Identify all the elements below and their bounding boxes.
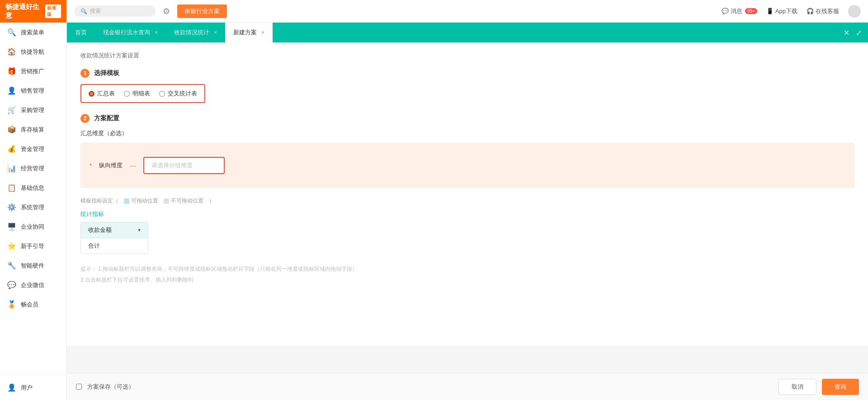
sidebar-item-finance[interactable]: 💰资金管理 — [0, 139, 66, 159]
radio-detail-label: 明细表 — [132, 89, 150, 98]
sidebar-item-search-menu[interactable]: 🔍搜索菜单 — [0, 23, 66, 42]
service-item[interactable]: 🎧 在线客服 — [807, 7, 839, 15]
fixed-badge: 不可拖动位置 — [164, 197, 203, 205]
content-area: 收款情况统计方案设置 1 选择模板 汇总表 明细表 — [67, 42, 868, 373]
sidebar-item-quick-nav[interactable]: 🏠快捷导航 — [0, 42, 66, 61]
draggable-label: 可拖动位置 — [131, 197, 158, 205]
tab-label-new-plan: 新建方案 — [233, 28, 257, 37]
service-icon: 🎧 — [807, 8, 814, 14]
dimension-select-placeholder: 请选择分组维度 — [151, 161, 193, 169]
radio-summary-input[interactable] — [89, 91, 94, 97]
sidebar-item-inventory[interactable]: 📦库存核算 — [0, 120, 66, 139]
save-checkbox[interactable] — [76, 384, 82, 390]
marketing-icon: 🎁 — [7, 67, 16, 75]
sidebar-item-system[interactable]: ⚙️系统管理 — [0, 198, 66, 217]
sidebar-item-purchase[interactable]: 🛒采购管理 — [0, 100, 66, 120]
sidebar-label-system: 系统管理 — [21, 203, 44, 212]
notification-item[interactable]: 💬 消息 99+ — [722, 7, 757, 15]
close-window-icon[interactable]: ✕ — [842, 27, 851, 39]
sidebar-item-cooperation[interactable]: 🖥️企业协同 — [0, 217, 66, 236]
fixed-dot — [164, 198, 169, 204]
inventory-icon: 📦 — [7, 125, 16, 134]
sidebar-item-bottom1[interactable]: 👤 用户 — [0, 380, 66, 395]
radio-cross-input[interactable] — [159, 91, 165, 97]
service-label: 在线客服 — [816, 7, 839, 15]
query-button[interactable]: 查询 — [822, 379, 859, 395]
step2-num: 2 — [80, 114, 90, 123]
notification-badge: 99+ — [745, 8, 757, 14]
sidebar: 畅捷通好生意 标准版 🔍搜索菜单🏠快捷导航🎁营销推广👤销售管理🛒采购管理📦库存核… — [0, 0, 67, 400]
indicator-label-row: 模板指标设定（ 可拖动位置 不可拖动位置 ） — [80, 197, 854, 205]
sidebar-bottom: 👤 用户 — [0, 375, 66, 400]
membership-icon: 🏅 — [7, 300, 16, 309]
sidebar-item-new-guide[interactable]: ⭐新手引导 — [0, 236, 66, 256]
download-item[interactable]: 📱 App下载 — [766, 7, 797, 15]
cooperation-icon: 🖥️ — [7, 222, 16, 231]
topbar-search[interactable]: 🔍 搜索 — [74, 5, 156, 17]
chevron-down-icon: ▾ — [138, 227, 141, 233]
tab-close-new-plan[interactable]: × — [261, 29, 264, 36]
base-info-icon: 📋 — [7, 184, 16, 192]
step2-title: 方案配置 — [94, 114, 119, 122]
sidebar-item-corp-wechat[interactable]: 💬企业微信 — [0, 275, 66, 295]
sidebar-item-membership[interactable]: 🏅畅会员 — [0, 295, 66, 314]
dimension-row: * 纵向维度 — 请选择分组维度 — [90, 157, 225, 174]
tabbar: 首页现金银行流水查询×收款情况统计×新建方案× ✕ ⤢ — [67, 23, 868, 42]
sidebar-item-smart-hardware[interactable]: 🔧智能硬件 — [0, 256, 66, 275]
notification-label: 消息 — [731, 7, 742, 15]
finance-icon: 💰 — [7, 145, 16, 153]
fixed-label: 不可拖动位置 — [171, 197, 203, 205]
tab-close-bank-flow[interactable]: × — [155, 29, 158, 36]
indicator-section: 模板指标设定（ 可拖动位置 不可拖动位置 ） 统计指标 — [80, 197, 854, 255]
sidebar-item-operations[interactable]: 📊经营管理 — [0, 159, 66, 178]
dimension-area: * 纵向维度 — 请选择分组维度 — [80, 143, 854, 188]
dimension-required-label: 汇总维度（必选） — [80, 129, 854, 137]
tab-bank-flow[interactable]: 现金银行流水查询× — [95, 23, 166, 42]
content-inner: 收款情况统计方案设置 1 选择模板 汇总表 明细表 — [67, 42, 868, 346]
radio-detail-input[interactable] — [124, 91, 130, 97]
radio-summary-label: 汇总表 — [97, 89, 115, 98]
tip-2: 2.点击标题栏下拉可设置排序、插入列和删除列 — [80, 275, 854, 285]
industry-btn[interactable]: 体验行业方案 — [177, 5, 227, 18]
cancel-button[interactable]: 取消 — [778, 379, 816, 395]
sidebar-label-sales: 销售管理 — [21, 87, 44, 95]
tip-1: 提示： 1.拖动标题栏可以调整布局，不可跨维度或指标区域拖动栏目字段（只能在同一… — [80, 264, 854, 274]
avatar[interactable] — [848, 5, 861, 18]
tab-label-home: 首页 — [75, 28, 87, 37]
sidebar-item-marketing[interactable]: 🎁营销推广 — [0, 61, 66, 81]
footer-actions: 取消 查询 — [778, 379, 859, 395]
stats-table-row: 合计 — [81, 238, 148, 254]
tabbar-actions: ✕ ⤢ — [842, 27, 868, 39]
sidebar-label-operations: 经营管理 — [21, 165, 44, 173]
sidebar-label-corp-wechat: 企业微信 — [21, 281, 44, 289]
tab-new-plan[interactable]: 新建方案× — [225, 23, 273, 42]
stats-header-label: 收款金额 — [88, 226, 112, 234]
stats-table-header[interactable]: 收款金额 ▾ — [81, 222, 148, 238]
operations-icon: 📊 — [7, 164, 16, 173]
sidebar-item-sales[interactable]: 👤销售管理 — [0, 81, 66, 100]
settings-icon[interactable]: ⚙ — [163, 6, 170, 16]
tab-close-receipt-stats[interactable]: × — [214, 29, 217, 36]
dimension-select[interactable]: 请选择分组维度 — [143, 157, 225, 174]
radio-cross[interactable]: 交叉统计表 — [159, 89, 197, 98]
stats-table: 收款金额 ▾ 合计 — [80, 222, 148, 254]
radio-summary[interactable]: 汇总表 — [89, 89, 115, 98]
sidebar-label-inventory: 库存核算 — [21, 126, 44, 134]
radio-detail[interactable]: 明细表 — [124, 89, 150, 98]
smart-hardware-icon: 🔧 — [7, 261, 16, 270]
draggable-dot — [124, 198, 129, 204]
logo-text: 畅捷通好生意 — [5, 3, 42, 20]
footer: 方案保存（可选） 取消 查询 — [67, 373, 868, 400]
maximize-icon[interactable]: ⤢ — [854, 27, 863, 39]
main-container: 🔍 搜索 ⚙ 体验行业方案 💬 消息 99+ 📱 App下载 🎧 在线客服 首页… — [67, 0, 868, 400]
vertical-dim-label: 纵向维度 — [99, 161, 123, 169]
step1-title: 选择模板 — [94, 69, 119, 77]
step2-section: 2 方案配置 汇总维度（必选） * 纵向维度 — 请选择分组维度 — [80, 114, 854, 285]
sidebar-item-base-info[interactable]: 📋基础信息 — [0, 178, 66, 198]
sidebar-label-membership: 畅会员 — [21, 301, 38, 309]
sidebar-bottom-label1: 用户 — [21, 384, 33, 392]
tab-home[interactable]: 首页 — [67, 23, 95, 42]
download-icon: 📱 — [766, 8, 774, 14]
tab-receipt-stats[interactable]: 收款情况统计× — [166, 23, 225, 42]
logo-badge: 标准版 — [45, 5, 61, 18]
